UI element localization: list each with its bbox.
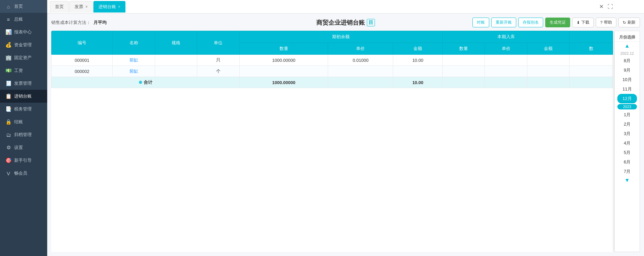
sidebar-item-purchase-sales[interactable]: 📋 进销台账: [0, 90, 47, 103]
reopen-button[interactable]: 重新开账: [491, 18, 516, 27]
reconcile-button[interactable]: 对账: [472, 18, 489, 27]
toolbar-buttons: 对账 重新开账 存报别名 生成凭证 ⬇ 下载 ? 帮助: [472, 18, 640, 27]
cell-qty-in: [442, 55, 485, 66]
sidebar-item-reports[interactable]: 📊 报表中心: [0, 26, 47, 39]
cost-method-label: 销售成本计算方法： 月平均: [51, 20, 470, 26]
table-row: 000001 前缸 只 1000.00000 0.01000 10.00: [52, 55, 613, 66]
sidebar-item-label: 设置: [14, 145, 23, 151]
table-total-row: ⊕合计 1000.00000 10.00: [52, 77, 613, 88]
cell-name: 前缸: [113, 66, 155, 77]
sidebar-item-close[interactable]: 🔒 结账: [0, 116, 47, 128]
cell-id: 000002: [52, 66, 113, 77]
cell-price-init: [328, 66, 393, 77]
content-area: 销售成本计算方法： 月平均 商贸企业进销台账 目 对账 重新开账 存报别名 生成…: [47, 14, 644, 256]
cell-qty-init: [239, 66, 328, 77]
salary-icon: 💵: [5, 68, 11, 74]
col-header-qty-in: 数量: [442, 43, 485, 55]
cell-id: 000001: [52, 55, 113, 66]
month-item-1[interactable]: 1月: [615, 110, 640, 120]
sidebar-item-funds[interactable]: 💰 资金管理: [0, 39, 47, 51]
sidebar-item-archive[interactable]: 🗂 归档管理: [0, 128, 47, 141]
cell-price-in: [485, 55, 527, 66]
save-alias-button[interactable]: 存报别名: [518, 18, 543, 27]
month-selector-panel: 月份选择 ▲ 2022.12 8月 9月 10月 11月 12月 2023 1月…: [614, 31, 640, 252]
close-window-button[interactable]: ✕: [598, 3, 604, 10]
col-header-name: 名称: [113, 31, 155, 55]
col-header-period-out: [569, 31, 613, 43]
month-item-6[interactable]: 6月: [615, 157, 640, 167]
month-panel-title: 月份选择: [615, 32, 640, 42]
purchase-sales-icon: 📋: [5, 93, 11, 99]
refresh-button[interactable]: ↻ 刷新: [618, 18, 640, 27]
window-controls: ✕ ⛶: [598, 3, 614, 10]
cell-amount-init: [393, 66, 443, 77]
sidebar-item-ledger[interactable]: ≡ 总账: [0, 13, 47, 26]
tab-purchase-sales[interactable]: 进销台账 ×: [93, 1, 125, 12]
cell-amount-in: [527, 55, 569, 66]
main-area: ✕ ⛶ 首页 发票 × 进销台账 × 销售成本计算方法： 月平均 商贸企业进销台…: [47, 0, 644, 256]
archive-icon: 🗂: [5, 132, 11, 138]
sidebar-item-invoice-mgr[interactable]: 🧾 发票管理: [0, 77, 47, 90]
invoice-icon: 🧾: [5, 80, 11, 86]
tab-invoice-close[interactable]: ×: [85, 4, 88, 9]
col-header-period-in: 本期入库: [442, 31, 569, 43]
sidebar-item-salary[interactable]: 💵 工资: [0, 64, 47, 77]
maximize-window-button[interactable]: ⛶: [607, 3, 614, 10]
sidebar-item-label: 发票管理: [14, 80, 32, 86]
total-qty-in: [442, 77, 485, 88]
sidebar-item-tax[interactable]: 📑 税务管理: [0, 103, 47, 116]
col-header-amount-in: 金额: [527, 43, 569, 55]
month-item-3[interactable]: 3月: [615, 129, 640, 138]
home-icon: ⌂: [5, 4, 11, 9]
cell-more: [569, 66, 613, 77]
page-title: 商贸企业进销台账 目: [316, 19, 375, 27]
ledger-icon: ≡: [5, 17, 11, 22]
table-month-row: 编号 名称 规格 单位 期初余额 本期入库 数量 单价 金额 数: [51, 31, 640, 252]
month-item-11[interactable]: 11月: [615, 84, 640, 94]
total-qty-init: 1000.00000: [239, 77, 328, 88]
sidebar-item-member[interactable]: V 畅会员: [0, 167, 47, 180]
col-header-spec: 规格: [155, 31, 197, 55]
close-accounts-icon: 🔒: [5, 119, 11, 125]
month-item-12[interactable]: 12月: [617, 94, 637, 103]
sidebar-item-label: 税务管理: [14, 106, 32, 112]
sidebar-item-label: 进销台账: [14, 93, 32, 99]
cell-more: [569, 55, 613, 66]
cell-qty-init: 1000.00000: [239, 55, 328, 66]
month-nav-up[interactable]: ▲: [615, 42, 640, 50]
month-item-7[interactable]: 7月: [615, 167, 640, 176]
sidebar-item-label: 首页: [14, 3, 23, 9]
col-header-id: 编号: [52, 31, 113, 55]
month-item-4[interactable]: 4月: [615, 138, 640, 148]
month-item-9[interactable]: 9月: [615, 66, 640, 75]
col-header-more: 数: [569, 43, 613, 55]
help-icon: ?: [600, 20, 603, 25]
sidebar-item-label: 固定资产: [14, 55, 32, 61]
download-icon: ⬇: [577, 20, 580, 25]
month-item-5[interactable]: 5月: [615, 148, 640, 157]
tab-invoice[interactable]: 发票 ×: [69, 1, 93, 12]
help-button[interactable]: ? 帮助: [596, 18, 616, 27]
sidebar-item-home[interactable]: ⌂ 首页: [0, 0, 47, 13]
download-button[interactable]: ⬇ 下载: [572, 18, 594, 27]
month-item-8[interactable]: 8月: [615, 56, 640, 66]
col-header-price-init: 单价: [328, 43, 393, 55]
refresh-icon: ↻: [623, 20, 626, 25]
info-icon[interactable]: 目: [367, 19, 375, 26]
table-header-row-1: 编号 名称 规格 单位 期初余额 本期入库: [52, 31, 613, 43]
sidebar-item-label: 新手引导: [14, 157, 32, 163]
tab-purchase-sales-close[interactable]: ×: [118, 4, 120, 9]
sidebar-item-label: 资金管理: [14, 42, 32, 48]
month-nav-down[interactable]: ▼: [615, 176, 640, 184]
sidebar-item-settings[interactable]: ⚙ 设置: [0, 141, 47, 154]
month-item-2[interactable]: 2月: [615, 120, 640, 129]
cell-amount-init: 10.00: [393, 55, 443, 66]
tab-home[interactable]: 首页: [50, 1, 69, 12]
newbie-icon: 🎯: [5, 157, 11, 163]
month-item-10[interactable]: 10月: [615, 75, 640, 84]
sidebar-item-assets[interactable]: 🏢 固定资产: [0, 51, 47, 64]
cell-price-in: [485, 66, 527, 77]
generate-voucher-button[interactable]: 生成凭证: [545, 18, 570, 27]
sidebar-item-newbie[interactable]: 🎯 新手引导: [0, 154, 47, 167]
table-row: 000002 前缸 个: [52, 66, 613, 77]
